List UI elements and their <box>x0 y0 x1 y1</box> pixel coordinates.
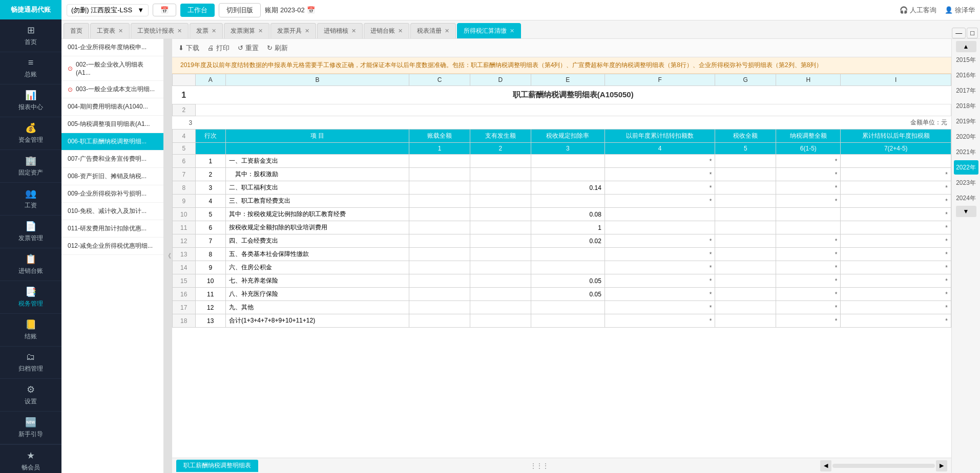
tab-invoice[interactable]: 发票 ✕ <box>190 23 223 38</box>
sidebar-item-invoice[interactable]: 📄 发票管理 <box>0 216 61 248</box>
close-tab-inout-audit[interactable]: ✕ <box>351 28 356 34</box>
period-value: 2023-02 <box>280 6 305 14</box>
sidebar-item-fund[interactable]: 💰 资金管理 <box>0 117 61 150</box>
year-2024[interactable]: 2024年 <box>954 191 978 205</box>
sheet-content[interactable]: A B C D E F G H I <box>172 74 951 458</box>
tab-tax-list[interactable]: 税表清册 ✕ <box>410 23 456 38</box>
col-c: C <box>409 74 470 86</box>
lp-item-001[interactable]: 001-企业所得税年度纳税申... <box>61 39 163 56</box>
sidebar-item-hr[interactable]: 👥 工资 <box>0 183 61 216</box>
lp-item-012[interactable]: 012-减免企业所得税优惠明细... <box>61 238 163 255</box>
refresh-button[interactable]: ↻ 刷新 <box>267 44 288 53</box>
refresh-icon: ↻ <box>267 44 273 52</box>
year-scroll-down-button[interactable]: ▼ <box>956 206 976 217</box>
table-row: 8 3 二、职工福利支出 0.14 * * * <box>173 181 951 195</box>
close-tab-invoice-open[interactable]: ✕ <box>305 28 309 34</box>
year-2015[interactable]: 2015年 <box>954 53 978 67</box>
table-row: 14 9 六、住房公积金 * * * <box>173 261 951 274</box>
left-panel: 001-企业所得税年度纳税申... ⊙ 002-一般企业收入明细表(A1... … <box>61 39 164 473</box>
sidebar-item-home[interactable]: ⊞ 首页 <box>0 19 61 52</box>
sidebar-item-asset[interactable]: 🏢 固定资产 <box>0 150 61 183</box>
download-button[interactable]: ⬇ 下载 <box>178 44 199 53</box>
archive-icon: 🗂 <box>26 352 35 362</box>
customer-service-link[interactable]: 🎧 人工客询 <box>900 6 936 15</box>
main-table: A B C D E F G H I <box>172 74 951 328</box>
lp-item-010[interactable]: 010-免税、减计收入及加计... <box>61 203 163 220</box>
invoice-icon: 📄 <box>25 221 36 232</box>
workspace-button[interactable]: 工作台 <box>180 4 215 17</box>
maximize-button[interactable]: □ <box>967 28 978 38</box>
sidebar-item-label: 首页 <box>25 38 37 47</box>
close-tab-payroll[interactable]: ✕ <box>118 28 123 34</box>
scroll-left-button[interactable]: ◀ <box>820 460 831 471</box>
print-button[interactable]: 🖨 打印 <box>207 44 230 53</box>
close-tab-invoice-calc[interactable]: ✕ <box>258 28 263 34</box>
year-2016[interactable]: 2016年 <box>954 68 978 82</box>
tab-payroll-stat[interactable]: 工资统计报表 ✕ <box>131 23 189 38</box>
col-g: G <box>715 74 776 86</box>
lp-item-004[interactable]: 004-期间费用明细表(A1040... <box>61 98 163 116</box>
switch-old-button[interactable]: 切到旧版 <box>219 3 261 17</box>
vip-icon: ★ <box>27 450 35 461</box>
table-row: 12 7 四、工会经费支出 0.02 * * * <box>173 234 951 248</box>
error-icon-002: ⊙ <box>68 65 73 72</box>
collapse-panel-button[interactable]: 《 <box>164 39 172 473</box>
close-tab-tax-list[interactable]: ✕ <box>445 28 449 34</box>
sidebar-item-vip[interactable]: ★ 畅会员 <box>0 444 61 473</box>
close-tab-inout-ledger[interactable]: ✕ <box>398 28 403 34</box>
tab-payroll[interactable]: 工资表 ✕ <box>90 23 130 38</box>
close-tab-invoice[interactable]: ✕ <box>212 28 216 34</box>
close-tab-payroll-stat[interactable]: ✕ <box>177 28 182 34</box>
table-row-2: 2 <box>173 104 951 116</box>
lp-item-008[interactable]: 008-资产折旧、摊销及纳税... <box>61 168 163 185</box>
sidebar-item-close[interactable]: 📒 结账 <box>0 314 61 347</box>
tab-invoice-calc[interactable]: 发票测算 ✕ <box>224 23 269 38</box>
lp-item-007[interactable]: 007-广告费和业务宣传费明... <box>61 150 163 168</box>
lp-item-005[interactable]: 005-纳税调整项目明细表(A1... <box>61 116 163 133</box>
year-scroll-up-button[interactable]: ▲ <box>956 41 976 52</box>
year-2022[interactable]: 2022年 <box>954 160 978 175</box>
tab-inout-audit[interactable]: 进销稽核 ✕ <box>317 23 363 38</box>
company-selector[interactable]: (勿删) 江西股宝-LSS ▼ <box>67 4 149 16</box>
sidebar-item-archive[interactable]: 🗂 归档管理 <box>0 347 61 379</box>
sidebar-item-purchase[interactable]: 📋 进销台账 <box>0 248 61 281</box>
period-text: 账期 <box>265 6 278 15</box>
sidebar-item-ledger[interactable]: ≡ 总账 <box>0 52 61 84</box>
year-2020[interactable]: 2020年 <box>954 130 978 144</box>
sheet-tab-payroll[interactable]: 职工薪酬纳税调整明细表 <box>176 460 258 472</box>
tab-income-tax[interactable]: 所得税汇算清缴 ✕ <box>457 23 521 38</box>
sidebar-item-settings[interactable]: ⚙ 设置 <box>0 379 61 412</box>
lp-item-006[interactable]: 006-职工薪酬纳税调整明细... <box>61 133 163 150</box>
tab-home[interactable]: 首页 <box>64 23 89 38</box>
year-2021[interactable]: 2021年 <box>954 145 978 159</box>
calendar-button[interactable]: 📅 <box>153 4 176 16</box>
year-2023[interactable]: 2023年 <box>954 176 978 190</box>
asset-icon: 🏢 <box>25 155 36 166</box>
close-tab-income-tax[interactable]: ✕ <box>510 28 514 34</box>
year-2018[interactable]: 2018年 <box>954 99 978 113</box>
sheet-scroll-controls: ◀ ▶ <box>820 460 947 471</box>
bottom-tab-bar: 职工薪酬纳税调整明细表 ⋮⋮⋮ ◀ ▶ <box>172 458 951 473</box>
year-2017[interactable]: 2017年 <box>954 83 978 98</box>
sidebar-item-report[interactable]: 📊 报表中心 <box>0 84 61 117</box>
col-e: E <box>531 74 604 86</box>
sheet-options-icon[interactable]: ⋮⋮⋮ <box>530 462 549 469</box>
sidebar-item-label: 进销台账 <box>18 267 43 275</box>
table-row: 11 6 按税收规定全额扣除的职业培训费用 1 * <box>173 221 951 234</box>
year-2019[interactable]: 2019年 <box>954 114 978 128</box>
tab-inout-ledger[interactable]: 进销台账 ✕ <box>364 23 409 38</box>
minimize-button[interactable]: — <box>952 28 966 38</box>
reset-button[interactable]: ↺ 重置 <box>238 44 259 53</box>
topbar-right: 🎧 人工客询 👤 徐泽华 <box>900 6 975 15</box>
tab-invoice-open[interactable]: 发票开具 ✕ <box>270 23 316 38</box>
user-menu[interactable]: 👤 徐泽华 <box>945 6 975 15</box>
lp-item-009[interactable]: 009-企业所得税弥补亏损明... <box>61 185 163 203</box>
lp-item-011[interactable]: 011-研发费用加计扣除优惠... <box>61 220 163 238</box>
sidebar-item-tax[interactable]: 📑 税务管理 <box>0 281 61 314</box>
scroll-right-button[interactable]: ▶ <box>936 460 947 471</box>
lp-item-002[interactable]: ⊙ 002-一般企业收入明细表(A1... <box>61 56 163 81</box>
year-panel: ▲ 2015年 2016年 2017年 2018年 2019年 2020年 20… <box>951 39 980 473</box>
sheet-title: 职工薪酬纳税调整明细表(A105050) <box>195 86 951 104</box>
sidebar-item-guide[interactable]: 🆕 新手引导 <box>0 412 61 444</box>
lp-item-003[interactable]: ⊙ 003-一般企业成本支出明细... <box>61 81 163 98</box>
